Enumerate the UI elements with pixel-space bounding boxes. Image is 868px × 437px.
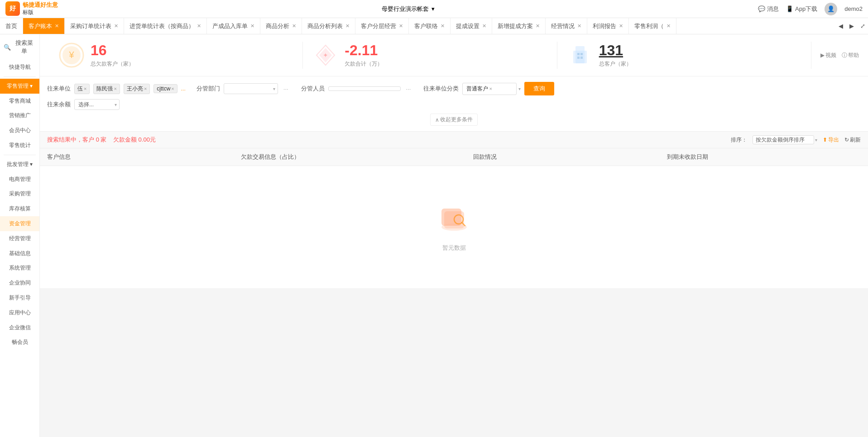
sidebar-item-purchase-mgmt[interactable]: 采购管理	[0, 186, 39, 201]
person-input[interactable]	[328, 86, 401, 91]
unit-tag-4-close[interactable]: ×	[171, 86, 174, 91]
tab-product-analysis[interactable]: 商品分析 ✕	[260, 18, 302, 34]
sidebar-item-enterprise-collab[interactable]: 企业协同	[0, 276, 39, 290]
tab-close-icon[interactable]: ✕	[667, 23, 671, 29]
help-icon: ⓘ	[842, 52, 847, 59]
chevron-up-icon: ∧	[435, 117, 439, 123]
enterprise-wechat-label: 企业微信	[9, 324, 31, 331]
tab-close-icon[interactable]: ✕	[619, 23, 623, 29]
tab-close-icon[interactable]: ✕	[399, 23, 403, 29]
unit-tag-4[interactable]: cjttcw ×	[153, 84, 177, 93]
unit-tag-1[interactable]: 伍 ×	[74, 84, 90, 94]
app-icon: 📱	[786, 5, 793, 12]
unit-tag-2-close[interactable]: ×	[114, 86, 116, 91]
app-download-btn[interactable]: 📱 App下载	[786, 5, 817, 13]
unit-tag-3-close[interactable]: ×	[144, 86, 147, 91]
nav-next-icon[interactable]: ▶	[846, 18, 857, 34]
chevron-down-icon: ▾	[432, 5, 435, 12]
export-btn[interactable]: ⬆ 导出	[823, 136, 839, 144]
col-debt-info: 欠款交易信息（占比）	[241, 153, 473, 161]
retail-mall-label: 零售商城	[9, 98, 31, 104]
tab-label: 客户账本	[29, 22, 52, 30]
tab-label: 经营情况	[551, 22, 575, 30]
unit-type-input[interactable]: 普通客户 ×	[462, 83, 517, 95]
system-mgmt-label: 系统管理	[9, 265, 31, 271]
sidebar-item-operation-mgmt[interactable]: 经营管理	[0, 231, 39, 246]
tab-commission-settings[interactable]: 提成设置 ✕	[451, 18, 492, 34]
tab-close-icon[interactable]: ✕	[345, 23, 350, 29]
tab-close-icon[interactable]: ✕	[250, 23, 254, 29]
svg-rect-14	[441, 209, 461, 226]
unit-tag-3[interactable]: 王小亮 ×	[124, 84, 150, 94]
nav-prev-icon[interactable]: ◀	[835, 18, 846, 34]
result-info: 搜索结果中，客户 0 家 欠款金额 0.00元	[47, 136, 156, 144]
stats-actions: ▶ 视频 ⓘ 帮助	[820, 52, 859, 59]
tab-close-icon[interactable]: ✕	[577, 23, 581, 29]
video-btn[interactable]: ▶ 视频	[820, 52, 836, 59]
tab-business-status[interactable]: 经营情况 ✕	[546, 18, 587, 34]
industry-selector[interactable]: 母婴行业演示帐套 ▾	[382, 5, 435, 13]
tab-close-icon[interactable]: ✕	[114, 23, 118, 29]
unit-type-tag[interactable]: 普通客户 ×	[466, 85, 492, 93]
sort-select[interactable]: 按欠款金额倒序排序	[753, 135, 814, 144]
sidebar-item-retail-mgmt[interactable]: 零售管理 ▾	[0, 79, 39, 94]
nav-expand-icon[interactable]: ⤢	[857, 18, 868, 34]
sidebar-item-ecommerce[interactable]: 电商管理	[0, 172, 39, 187]
tab-retail-profit[interactable]: 零售利润（ ✕	[629, 18, 676, 34]
result-actions: 排序： 按欠款金额倒序排序 ▾ ⬆ 导出 ↻ 刷新	[731, 135, 861, 144]
tab-purchase-stat-product[interactable]: 进货单统计表（按商品） ✕	[124, 18, 207, 34]
inventory-label: 库存核算	[9, 205, 31, 212]
sidebar-item-system-mgmt[interactable]: 系统管理	[0, 261, 39, 276]
tab-customer-tier[interactable]: 客户分层经营 ✕	[355, 18, 409, 34]
sidebar-item-marketing[interactable]: 营销推广	[0, 108, 39, 123]
sidebar-item-basic-info[interactable]: 基础信息	[0, 246, 39, 261]
sidebar-item-enterprise-wechat[interactable]: 企业微信	[0, 320, 39, 335]
sidebar-divider-2	[4, 155, 36, 155]
refresh-btn[interactable]: ↻ 刷新	[844, 136, 861, 144]
tab-close-icon[interactable]: ✕	[536, 23, 540, 29]
dept-select-wrap: ▾	[224, 83, 278, 94]
dept-dots[interactable]: ···	[282, 84, 290, 94]
tab-finished-goods[interactable]: 产成品入库单 ✕	[207, 18, 260, 34]
dept-select[interactable]	[224, 83, 278, 94]
unit-more-btn[interactable]: ...	[181, 86, 186, 92]
sidebar-item-wholesale-mgmt[interactable]: 批发管理 ▾	[0, 157, 39, 172]
tab-purchase-order-stat[interactable]: 采购订单统计表 ✕	[65, 18, 124, 34]
search-icon: 🔍	[4, 44, 11, 51]
unit-tag-2[interactable]: 陈民强 ×	[93, 84, 120, 94]
tab-close-icon[interactable]: ✕	[55, 23, 59, 29]
coin-icon: ¥	[58, 42, 85, 69]
sidebar-item-capital-mgmt[interactable]: 资金管理	[0, 216, 39, 231]
collapse-btn[interactable]: ∧ 收起更多条件	[430, 114, 478, 126]
tab-product-analysis-list[interactable]: 商品分析列表 ✕	[302, 18, 355, 34]
unit-type-tag-close[interactable]: ×	[489, 86, 492, 91]
main-layout: 🔍 搜索菜单 快捷导航 零售管理 ▾ 零售商城 营销推广 会员中心 零售统计 批…	[0, 34, 868, 437]
tab-close-icon[interactable]: ✕	[441, 23, 445, 29]
tab-home[interactable]: 首页	[0, 18, 23, 34]
sidebar-item-app-center[interactable]: 应用中心	[0, 305, 39, 320]
help-label: 帮助	[848, 52, 859, 59]
sidebar-item-newbie-guide[interactable]: 新手引导	[0, 290, 39, 305]
query-btn[interactable]: 查询	[524, 82, 554, 95]
debt-value: 0.00元	[139, 136, 156, 143]
tab-profit-report[interactable]: 利润报告 ✕	[587, 18, 629, 34]
tab-customer-ledger[interactable]: 客户账本 ✕	[23, 18, 65, 34]
tab-customer-contact[interactable]: 客户联络 ✕	[409, 18, 451, 34]
sidebar-item-inventory[interactable]: 库存核算	[0, 201, 39, 216]
sort-chevron-icon: ▾	[815, 138, 817, 142]
help-btn[interactable]: ⓘ 帮助	[842, 52, 859, 59]
tab-close-icon[interactable]: ✕	[197, 23, 201, 29]
tab-close-icon[interactable]: ✕	[292, 23, 296, 29]
sidebar-item-member-center[interactable]: 会员中心	[0, 123, 39, 138]
avatar[interactable]: 👤	[825, 3, 837, 15]
message-btn[interactable]: 💬 消息	[758, 5, 779, 13]
search-menu-btn[interactable]: 🔍 搜索菜单	[4, 39, 36, 55]
tab-add-commission[interactable]: 新增提成方案 ✕	[492, 18, 546, 34]
sidebar-item-retail-mall[interactable]: 零售商城	[0, 94, 39, 109]
person-dots[interactable]: ···	[404, 84, 413, 94]
sidebar-item-chang-member[interactable]: 畅会员	[0, 335, 39, 350]
remainder-select[interactable]: 选择...	[74, 99, 120, 110]
tab-close-icon[interactable]: ✕	[482, 23, 486, 29]
sidebar-item-retail-stats[interactable]: 零售统计	[0, 138, 39, 153]
unit-tag-1-close[interactable]: ×	[84, 86, 86, 91]
